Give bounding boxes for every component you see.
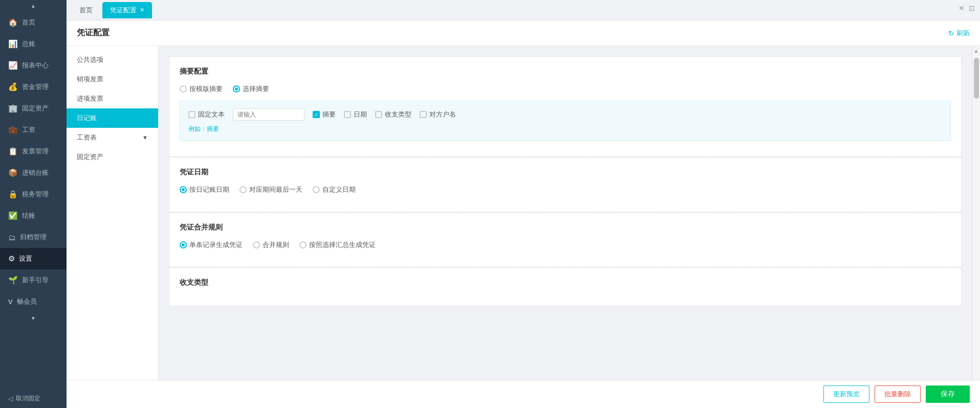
checkbox-io-type-indicator: [375, 111, 382, 118]
save-button[interactable]: 保存: [926, 386, 970, 403]
trade-icon: 📦: [8, 168, 18, 177]
sidebar-item-tax[interactable]: 🔒 税务管理: [0, 184, 67, 205]
radio-single-indicator: [180, 241, 187, 248]
tab-voucher[interactable]: 凭证配置 ✕: [102, 2, 152, 18]
left-nav-fixed[interactable]: 固定资产: [67, 147, 158, 167]
sidebar-scroll-down[interactable]: ▼: [0, 312, 67, 324]
voucher-date-content: 凭证日期 按日记账日期 对应期间最后一天 自定义日期: [169, 157, 961, 212]
left-nav-payroll[interactable]: 工资表 ▼: [67, 128, 158, 147]
sidebar-scroll-up[interactable]: ▲: [0, 0, 67, 12]
left-nav-public[interactable]: 公共选项: [67, 50, 158, 70]
radio-template-indicator: [180, 85, 187, 93]
income-expense-content: 收支类型: [169, 268, 961, 306]
sidebar-item-invoice[interactable]: 📋 发票管理: [0, 141, 67, 162]
sidebar-unpin[interactable]: ◁ 取消固定: [0, 389, 67, 408]
settings-icon: ⚙: [8, 254, 15, 263]
radio-single[interactable]: 单条记录生成凭证: [180, 240, 243, 250]
window-maximize-button[interactable]: ⊡: [969, 4, 975, 12]
fixed-text-input[interactable]: [233, 108, 304, 121]
funds-icon: 💰: [8, 82, 18, 92]
sidebar-item-assets[interactable]: 🏢 固定资产: [0, 98, 67, 119]
summary-config-section: 摘要配置 按模版摘要 选择摘要: [169, 56, 962, 157]
radio-select[interactable]: 选择摘要: [233, 84, 269, 94]
radio-summary-gen-indicator: [299, 241, 307, 248]
window-close-button[interactable]: ✕: [959, 4, 965, 12]
checkbox-date-indicator: [344, 111, 351, 118]
sidebar-item-guide[interactable]: 🌱 新手引导: [0, 269, 67, 291]
archive-icon: 🗂: [8, 233, 16, 242]
checkbox-summary[interactable]: ✓ 摘要: [313, 110, 336, 119]
ledger-icon: 📊: [8, 39, 18, 49]
radio-select-indicator: [233, 85, 240, 93]
window-controls: ✕ ⊡: [959, 4, 975, 12]
sidebar-item-archive[interactable]: 🗂 归档管理: [0, 226, 67, 248]
scrollbar[interactable]: ▲ ▼: [972, 46, 980, 408]
sidebar: ▲ 🏠 首页 📊 总账 📈 报表中心 💰 资金管理 🏢 固定资产 💼 工资 📋 …: [0, 0, 67, 408]
radio-template[interactable]: 按模版摘要: [180, 84, 223, 94]
radio-journal-date[interactable]: 按日记账日期: [180, 185, 229, 194]
income-expense-title: 收支类型: [180, 278, 951, 287]
right-content: 摘要配置 按模版摘要 选择摘要: [159, 46, 972, 408]
merge-rule-content: 凭证合并规则 单条记录生成凭证 合并规则 按照选择汇总生成凭证: [169, 213, 961, 267]
left-nav-journal[interactable]: 日记账: [67, 108, 158, 128]
checkbox-date[interactable]: 日期: [344, 110, 367, 119]
batch-delete-button[interactable]: 批量删除: [875, 386, 921, 403]
radio-period-last[interactable]: 对应期间最后一天: [239, 185, 302, 194]
home-icon: 🏠: [8, 18, 18, 27]
update-preview-button[interactable]: 更新预览: [823, 386, 869, 403]
sidebar-item-settings[interactable]: ⚙ 设置: [0, 248, 67, 269]
guide-icon: 🌱: [8, 276, 18, 285]
left-nav-purchase[interactable]: 进项发票: [67, 89, 158, 108]
income-expense-section: 收支类型: [169, 268, 962, 306]
scroll-thumb[interactable]: [974, 58, 979, 99]
summary-options-row: 固定文本 ✓ 摘要 日期: [180, 101, 951, 141]
chevron-down-icon: ▼: [142, 134, 148, 141]
summary-config-title: 摘要配置: [180, 67, 951, 76]
checkbox-account-name-indicator: [420, 111, 427, 118]
radio-merge-indicator: [253, 241, 260, 248]
merge-rule-radio-group: 单条记录生成凭证 合并规则 按照选择汇总生成凭证: [180, 240, 951, 250]
sidebar-item-vip[interactable]: V 畅会员: [0, 291, 67, 312]
left-nav: 公共选项 销项发票 进项发票 日记账 工资表 ▼ 固定资产: [67, 46, 159, 408]
checkout-icon: ✅: [8, 211, 18, 220]
sidebar-item-checkout[interactable]: ✅ 结账: [0, 205, 67, 226]
summary-options-inner: 固定文本 ✓ 摘要 日期: [188, 108, 942, 121]
summary-config-content: 摘要配置 按模版摘要 选择摘要: [169, 57, 961, 156]
unpin-icon: ◁: [8, 395, 13, 402]
summary-radio-group: 按模版摘要 选择摘要: [180, 84, 951, 94]
radio-summary-gen[interactable]: 按照选择汇总生成凭证: [299, 240, 376, 250]
checkbox-summary-indicator: ✓: [313, 111, 320, 118]
checkbox-io-type[interactable]: 收支类型: [375, 110, 411, 119]
sidebar-item-trade[interactable]: 📦 进销台账: [0, 162, 67, 184]
invoice-icon: 📋: [8, 147, 18, 156]
tab-close-button[interactable]: ✕: [140, 7, 144, 13]
sidebar-item-salary[interactable]: 💼 工资: [0, 119, 67, 141]
scroll-up-arrow[interactable]: ▲: [972, 46, 980, 56]
page-title: 凭证配置: [77, 28, 110, 38]
salary-icon: 💼: [8, 125, 18, 134]
refresh-icon: ↻: [948, 29, 954, 37]
tab-home[interactable]: 首页: [72, 2, 100, 18]
bottom-action-bar: 更新预览 批量删除 保存: [67, 380, 980, 408]
tax-icon: 🔒: [8, 190, 18, 199]
content-area: 公共选项 销项发票 进项发票 日记账 工资表 ▼ 固定资产: [67, 46, 980, 408]
left-nav-sales[interactable]: 销项发票: [67, 70, 158, 89]
voucher-date-section: 凭证日期 按日记账日期 对应期间最后一天 自定义日期: [169, 157, 962, 212]
sidebar-item-home[interactable]: 🏠 首页: [0, 12, 67, 33]
checkbox-account-name[interactable]: 对方户名: [420, 110, 456, 119]
main-area: 首页 凭证配置 ✕ ✕ ⊡ 凭证配置 ↻ 刷新 公共选项 销项发票: [67, 0, 980, 408]
radio-period-last-indicator: [239, 186, 247, 193]
refresh-button[interactable]: ↻ 刷新: [948, 29, 970, 38]
radio-merge[interactable]: 合并规则: [253, 240, 289, 250]
checkbox-fixed-text-indicator: [188, 111, 195, 118]
sidebar-item-funds[interactable]: 💰 资金管理: [0, 76, 67, 98]
sidebar-item-reports[interactable]: 📈 报表中心: [0, 55, 67, 76]
radio-custom-date-indicator: [313, 186, 320, 193]
radio-custom-date[interactable]: 自定义日期: [313, 185, 356, 194]
assets-icon: 🏢: [8, 104, 18, 113]
example-text: 例如：摘要: [188, 125, 942, 133]
merge-rule-section: 凭证合并规则 单条记录生成凭证 合并规则 按照选择汇总生成凭证: [169, 213, 962, 267]
voucher-date-title: 凭证日期: [180, 168, 951, 177]
sidebar-item-ledger[interactable]: 📊 总账: [0, 33, 67, 55]
checkbox-fixed-text[interactable]: 固定文本: [188, 110, 225, 119]
